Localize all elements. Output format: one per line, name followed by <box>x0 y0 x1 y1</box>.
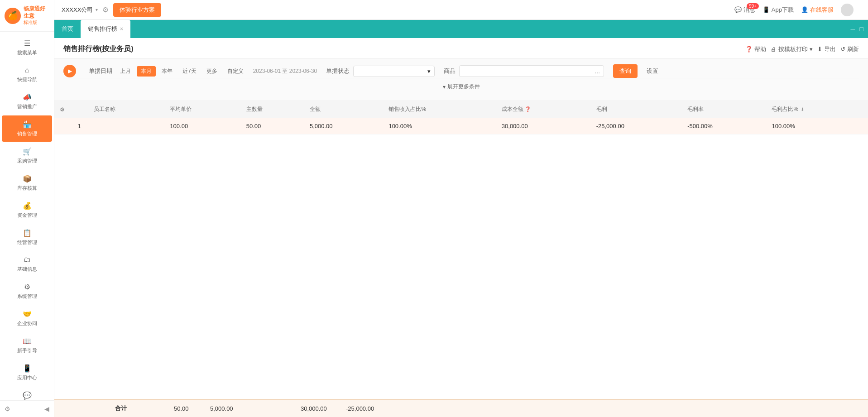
query-button[interactable]: 查询 <box>613 64 638 78</box>
gross-pct-sort-icon[interactable]: ⬇ <box>801 107 804 112</box>
app-download-button[interactable]: 📱 App下载 <box>762 6 794 14</box>
online-service-button[interactable]: 👤 在线客服 <box>801 6 834 14</box>
tab-sales-rank[interactable]: 销售排行榜 × <box>81 20 130 38</box>
filter-toggle-btn[interactable]: ▶ <box>63 65 76 77</box>
sidebar-footer: ⚙ ◀ <box>0 400 54 417</box>
sidebar-item-shortcuts[interactable]: ⌂ 快捷导航 <box>2 62 52 87</box>
date-filter-label: 单据日期 <box>89 67 112 75</box>
header-bar: XXXXX公司 ▾ ⚙ 体验行业方案 💬 消息 99+ 📱 App下载 👤 在线… <box>54 0 868 20</box>
date-tab-prev-month[interactable]: 上月 <box>116 66 135 77</box>
sidebar-item-wechat[interactable]: 💬 企业微信 <box>2 387 52 400</box>
row-sales-pct: 100.00% <box>383 118 496 134</box>
basic-icon: 🗂 <box>24 256 31 264</box>
sidebar-nav: ☰ 搜索菜单 ⌂ 快捷导航 📣 营销推广 🏪 销售管理 🛒 采购管理 📦 库存核… <box>0 32 54 400</box>
export-label: 导出 <box>824 45 836 53</box>
service-label: 在线客服 <box>810 6 834 14</box>
appstore-icon: 📱 <box>23 364 32 373</box>
app-download-label: App下载 <box>772 6 794 14</box>
sidebar-collapse-btn[interactable]: ◀ <box>44 405 49 412</box>
footer-cost: 30,000.00 <box>295 405 340 412</box>
col-gross-rate: 毛利率 <box>682 101 766 118</box>
cost-help-icon[interactable]: ❓ <box>525 106 531 112</box>
row-gross-rate: -500.00% <box>682 118 766 134</box>
tab-maximize-icon[interactable]: □ <box>860 25 863 33</box>
inventory-label: 库存核算 <box>17 185 37 192</box>
col-sales-pct: 销售收入占比% <box>383 101 496 118</box>
sidebar-item-operations[interactable]: 📋 经营管理 <box>2 224 52 250</box>
goods-more-icon[interactable]: ... <box>595 67 600 75</box>
tab-home[interactable]: 首页 <box>54 20 81 38</box>
help-label: 帮助 <box>754 45 766 53</box>
search-label: 搜索菜单 <box>17 49 37 56</box>
footer-gross: -25,000.00 <box>340 405 386 412</box>
print-chevron-icon[interactable]: ▾ <box>810 46 813 53</box>
sidebar-item-system[interactable]: ⚙ 系统管理 <box>2 278 52 304</box>
sidebar-item-inventory[interactable]: 📦 库存核算 <box>2 170 52 196</box>
user-avatar[interactable] <box>841 4 854 16</box>
company-selector[interactable]: XXXXX公司 ▾ <box>62 6 98 14</box>
shortcuts-icon: ⌂ <box>25 66 29 74</box>
sidebar-settings-btn[interactable]: ⚙ <box>5 405 10 412</box>
filter-area: ▶ 单据日期 上月 本月 本年 近7天 更多 自定义 <box>54 59 868 101</box>
date-tabs: 上月 本月 本年 近7天 更多 自定义 <box>116 66 248 77</box>
expand-more-button[interactable]: ▾ 展开更多条件 <box>440 80 483 93</box>
date-tab-custom[interactable]: 自定义 <box>223 66 248 77</box>
sidebar: 🍊 畅康通好生意 标准版 ☰ 搜索菜单 ⌂ 快捷导航 📣 营销推广 🏪 销售管理… <box>0 0 54 417</box>
company-name: XXXXX公司 <box>62 6 93 14</box>
page-title: 销售排行榜(按业务员) <box>63 44 134 54</box>
operations-icon: 📋 <box>23 229 32 237</box>
sales-icon: 🏪 <box>23 120 32 129</box>
export-button[interactable]: ⬇ 导出 <box>817 45 836 53</box>
sidebar-item-basic[interactable]: 🗂 基础信息 <box>2 251 52 277</box>
col-settings[interactable]: ⚙ <box>54 101 70 118</box>
sidebar-item-purchase[interactable]: 🛒 采购管理 <box>2 143 52 169</box>
logo-icon: 🍊 <box>5 8 21 24</box>
print-icon: 🖨 <box>771 46 777 53</box>
message-button[interactable]: 💬 消息 99+ <box>734 6 755 14</box>
logo-text: 畅康通好生意 <box>24 5 49 19</box>
row-avg-price: 100.00 <box>164 118 240 134</box>
tab-sales-rank-label: 销售排行榜 <box>88 25 117 33</box>
trial-button[interactable]: 体验行业方案 <box>113 3 161 17</box>
sidebar-item-search[interactable]: ☰ 搜索菜单 <box>2 34 52 61</box>
col-name: 员工名称 <box>88 101 164 118</box>
sidebar-item-appstore[interactable]: 📱 应用中心 <box>2 359 52 386</box>
export-icon: ⬇ <box>817 46 822 53</box>
search-icon: ☰ <box>24 39 30 48</box>
operations-label: 经营管理 <box>17 239 37 246</box>
row-name <box>88 118 164 134</box>
settings-filter-button[interactable]: 设置 <box>647 67 658 75</box>
sidebar-item-marketing[interactable]: 📣 营销推广 <box>2 88 52 115</box>
print-button[interactable]: 🖨 按模板打印 ▾ <box>771 45 813 53</box>
date-tab-7days[interactable]: 近7天 <box>178 66 201 77</box>
sidebar-item-finance[interactable]: 💰 资金管理 <box>2 197 52 223</box>
shortcuts-label: 快捷导航 <box>17 76 37 83</box>
date-tab-more[interactable]: 更多 <box>202 66 221 77</box>
appstore-label: 应用中心 <box>17 374 37 381</box>
help-button[interactable]: ❓ 帮助 <box>745 45 766 53</box>
tab-minimize-icon[interactable]: ─ <box>851 25 855 33</box>
refresh-label: 刷新 <box>847 45 859 53</box>
header-right: 💬 消息 99+ 📱 App下载 👤 在线客服 <box>734 4 861 16</box>
guide-label: 新手引导 <box>17 347 37 354</box>
sidebar-item-guide[interactable]: 📖 新手引导 <box>2 332 52 359</box>
header-settings-icon[interactable]: ⚙ <box>102 5 109 14</box>
page-actions: ❓ 帮助 🖨 按模板打印 ▾ ⬇ 导出 ↺ <box>745 45 859 53</box>
purchase-icon: 🛒 <box>23 147 32 156</box>
col-avg-price: 平均单价 <box>164 101 240 118</box>
enterprise-icon: 🤝 <box>23 310 32 318</box>
date-tab-current-year[interactable]: 本年 <box>158 66 177 77</box>
row-settings[interactable] <box>54 118 70 134</box>
date-range-display: 2023-06-01 至 2023-06-30 <box>253 67 317 75</box>
goods-select[interactable]: ... <box>459 65 604 77</box>
settings-small-label: 设置 <box>647 67 658 75</box>
status-select-chevron-icon: ▾ <box>427 68 431 75</box>
date-tab-current-month[interactable]: 本月 <box>137 66 156 77</box>
refresh-button[interactable]: ↺ 刷新 <box>840 45 859 53</box>
status-select[interactable]: ▾ <box>353 66 435 77</box>
system-icon: ⚙ <box>24 283 30 291</box>
sidebar-item-enterprise[interactable]: 🤝 企业协同 <box>2 305 52 331</box>
tab-close-icon[interactable]: × <box>120 26 123 32</box>
sidebar-item-sales[interactable]: 🏪 销售管理 <box>2 115 52 142</box>
message-badge: 99+ <box>747 3 759 9</box>
